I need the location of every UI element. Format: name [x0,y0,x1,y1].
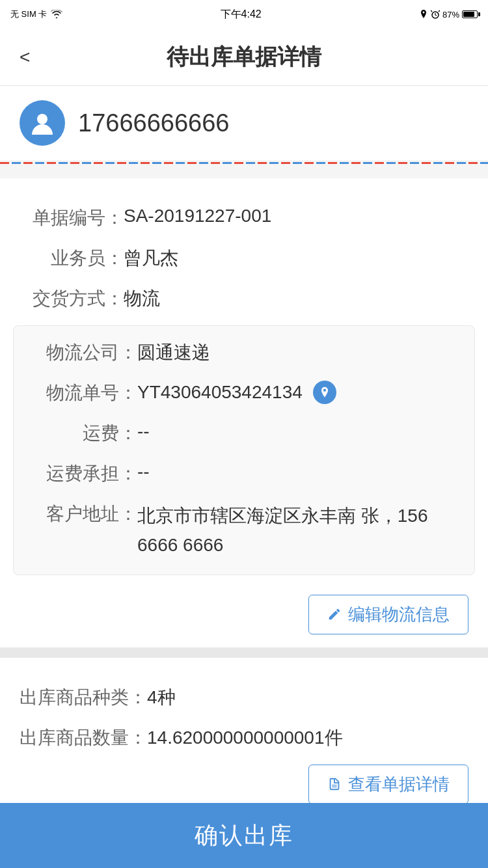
product-section: 出库商品种类： 4种 出库商品数量： 14.620000000000001件 查… [0,658,488,824]
freight-label: 运费： [33,421,137,446]
wifi-icon [51,10,62,19]
sales-person-label: 业务员： [20,246,124,271]
map-pin-icon [318,386,331,399]
freight-row: 运费： -- [14,413,474,454]
delivery-value: 物流 [124,286,468,311]
customer-phone: 17666666666 [78,109,229,137]
address-row: 客户地址： 北京市市辖区海淀区永丰南 张，156 6666 6666 [14,494,474,568]
product-quantity-value: 14.620000000000001件 [147,726,468,750]
logistics-card: 物流公司： 圆通速递 物流单号： YT43064053424134 运费： -- [13,325,475,575]
logistics-company-value: 圆通速递 [137,340,455,365]
delivery-label: 交货方式： [20,286,124,311]
dashed-divider [0,160,488,165]
gray-divider [0,647,488,658]
view-detail-button[interactable]: 查看单据详情 [308,765,468,804]
logistics-tracking-label: 物流单号： [33,381,137,405]
address-label: 客户地址： [33,502,137,526]
status-bar: 无 SIM 卡 下午4:42 87% [0,0,488,29]
alarm-icon [431,10,440,19]
product-type-value: 4种 [147,685,468,710]
back-button[interactable]: < [13,40,36,74]
product-quantity-label: 出库商品数量： [20,726,147,750]
sales-person-value: 曾凡杰 [124,246,468,271]
sales-person-row: 业务员： 曾凡杰 [0,238,488,278]
edit-logistics-button[interactable]: 编辑物流信息 [308,595,468,634]
freight-bearer-label: 运费承担： [33,461,137,486]
svg-point-1 [37,114,47,124]
page-title: 待出库单据详情 [167,42,321,72]
product-type-label: 出库商品种类： [20,685,147,710]
nav-bar: < 待出库单据详情 [0,29,488,86]
product-type-row: 出库商品种类： 4种 [0,677,488,718]
status-right: 87% [419,10,478,20]
logistics-company-row: 物流公司： 圆通速递 [14,332,474,373]
confirm-button[interactable]: 确认出库 [0,803,488,868]
signal-text: 无 SIM 卡 [10,8,47,20]
edit-icon [327,607,342,621]
order-no-value: SA-20191227-001 [124,206,468,226]
battery-icon [462,10,478,18]
logistics-tracking-row: 物流单号： YT43064053424134 [14,373,474,413]
avatar [20,100,65,146]
edit-logistics-area: 编辑物流信息 [0,588,488,647]
freight-value: -- [137,421,455,442]
freight-bearer-row: 运费承担： -- [14,454,474,494]
order-info-section: 单据编号： SA-20191227-001 业务员： 曾凡杰 交货方式： 物流 … [0,178,488,647]
customer-card: 17666666666 [0,86,488,160]
location-status-icon [419,10,428,19]
status-left: 无 SIM 卡 [10,8,62,20]
track-location-button[interactable] [313,381,336,404]
view-detail-area: 查看单据详情 [0,758,488,804]
order-no-row: 单据编号： SA-20191227-001 [0,198,488,238]
delivery-row: 交货方式： 物流 [0,278,488,319]
logistics-company-label: 物流公司： [33,340,137,365]
battery-percent: 87% [442,10,459,20]
freight-bearer-value: -- [137,461,455,482]
order-no-label: 单据编号： [20,206,124,230]
document-icon [327,777,342,791]
product-quantity-row: 出库商品数量： 14.620000000000001件 [0,718,488,758]
logistics-tracking-value: YT43064053424134 [137,381,455,404]
status-time: 下午4:42 [221,8,262,21]
user-icon [29,110,55,136]
address-value: 北京市市辖区海淀区永丰南 张，156 6666 6666 [137,502,455,560]
